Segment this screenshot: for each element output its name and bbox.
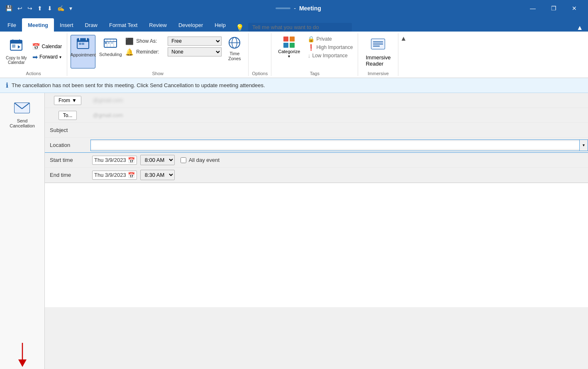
start-time-select[interactable]: 8:00 AM xyxy=(140,155,175,165)
info-bar: ℹ The cancellation has not been sent for… xyxy=(0,78,588,93)
appointment-label: Appointment xyxy=(70,52,96,57)
save-icon[interactable]: 💾 xyxy=(4,4,14,12)
undo-icon[interactable]: ↩ xyxy=(16,4,24,12)
forward-button[interactable]: ➡ Forward ▾ xyxy=(30,52,64,62)
show-options: ⬛ Show As: Free 🔔 Reminder: None xyxy=(125,35,222,68)
end-date-wrapper: Thu 3/9/2023 📅 xyxy=(92,171,137,180)
close-icon: ✕ xyxy=(572,5,577,12)
forward-dropdown-icon[interactable]: ▾ xyxy=(59,55,61,59)
calendar-button[interactable]: 📅 Calendar xyxy=(30,42,64,51)
private-button[interactable]: 🔒 Private xyxy=(306,35,354,43)
tab-review[interactable]: Review xyxy=(143,18,173,32)
close-button[interactable]: ✕ xyxy=(565,0,584,17)
ribbon-group-options: Options xyxy=(249,33,271,76)
ribbon-group-show: Appointment Scheduling xyxy=(67,33,249,76)
send-cancellation-button[interactable]: SendCancellation xyxy=(5,97,40,132)
subject-label: Subject xyxy=(45,125,90,135)
redo-icon[interactable]: ↪ xyxy=(26,4,34,12)
svg-rect-10 xyxy=(82,43,84,45)
copy-to-calendar-button[interactable]: Copy to MyCalendar xyxy=(3,37,29,66)
to-row: To... @gmail.com xyxy=(45,108,588,123)
svg-rect-1 xyxy=(10,40,22,44)
scheduling-icon xyxy=(104,37,117,51)
time-zones-button[interactable]: TimeZones xyxy=(224,35,245,68)
location-dropdown-button[interactable]: ▾ xyxy=(579,140,588,151)
to-value: @gmail.com xyxy=(90,110,588,120)
tab-draw[interactable]: Draw xyxy=(79,18,103,32)
ribbon-collapse[interactable]: ▲ xyxy=(576,24,586,32)
copy-calendar-icon xyxy=(10,39,23,55)
end-time-select[interactable]: 8:30 AM xyxy=(140,170,175,180)
forward-label: Forward xyxy=(39,54,58,60)
reminder-icon: 🔔 xyxy=(125,48,134,56)
to-label: To... xyxy=(63,112,73,118)
lock-icon: 🔒 xyxy=(307,36,315,42)
tab-developer[interactable]: Developer xyxy=(173,18,209,32)
tell-me-input[interactable] xyxy=(248,23,352,32)
email-body[interactable] xyxy=(45,183,588,307)
ribbon-group-actions: Copy to MyCalendar 📅 Calendar ➡ Forward … xyxy=(0,33,67,76)
tell-me-search[interactable] xyxy=(244,23,576,32)
start-calendar-icon[interactable]: 📅 xyxy=(128,157,135,164)
tab-file[interactable]: File xyxy=(2,18,22,32)
immersive-reader-icon xyxy=(371,37,385,53)
subject-value xyxy=(90,125,588,135)
svg-rect-4 xyxy=(12,44,15,48)
minimize-icon: — xyxy=(530,5,536,12)
title-search[interactable] xyxy=(276,7,290,9)
to-label-btn: To... xyxy=(45,109,90,122)
low-importance-button[interactable]: ↓ Low Importance xyxy=(306,51,354,60)
title-bar-center: - Meeting xyxy=(276,5,321,12)
from-label-btn: From ▼ xyxy=(45,94,90,107)
location-row: Location ▾ xyxy=(45,138,588,153)
actions-buttons: Copy to MyCalendar 📅 Calendar ➡ Forward … xyxy=(3,33,63,70)
more-icon[interactable]: ▾ xyxy=(68,4,73,12)
up-icon[interactable]: ⬆ xyxy=(36,4,44,12)
form-area: From ▼ @gmail.com To... @gmail.com Subje… xyxy=(45,93,588,369)
tags-content: Categorize ▾ 🔒 Private ❗ High Importance… xyxy=(275,33,354,70)
tab-meeting[interactable]: Meeting xyxy=(22,18,54,32)
ribbon-collapse-btn[interactable]: ▲ xyxy=(398,33,408,76)
minimize-button[interactable]: — xyxy=(523,0,542,17)
from-label: From xyxy=(59,98,70,103)
end-time-label: End time xyxy=(45,170,90,180)
categorize-button[interactable]: Categorize ▾ xyxy=(275,35,303,60)
show-as-icon: ⬛ xyxy=(125,37,134,45)
show-as-select[interactable]: Free xyxy=(168,37,222,46)
subject-row: Subject xyxy=(45,123,588,138)
all-day-label[interactable]: All day event xyxy=(181,157,220,163)
calendar-label: Calendar xyxy=(42,44,62,49)
from-button[interactable]: From ▼ xyxy=(54,96,81,105)
to-button[interactable]: To... xyxy=(59,111,77,120)
scheduling-button[interactable]: Scheduling xyxy=(98,35,123,68)
end-calendar-icon[interactable]: 📅 xyxy=(128,172,135,178)
categorize-dropdown[interactable]: ▾ xyxy=(288,54,290,59)
show-as-label: Show As: xyxy=(136,38,165,44)
appointment-button[interactable]: Appointment xyxy=(71,35,95,68)
location-input[interactable] xyxy=(91,141,579,149)
all-day-checkbox[interactable] xyxy=(181,157,186,163)
restore-button[interactable]: ❐ xyxy=(544,0,563,17)
immersive-reader-button[interactable]: ImmersiveReader xyxy=(361,35,395,68)
all-day-text: All day event xyxy=(189,157,220,163)
tab-help[interactable]: Help xyxy=(209,18,232,32)
arrow-annotation xyxy=(16,343,29,369)
tab-format-text[interactable]: Format Text xyxy=(103,18,143,32)
calendar-small-icon: 📅 xyxy=(32,43,40,51)
ribbon-tabs: File Meeting Insert Draw Format Text Rev… xyxy=(0,17,588,32)
tab-insert[interactable]: Insert xyxy=(54,18,79,32)
low-importance-label: Low Importance xyxy=(312,53,347,59)
svg-rect-17 xyxy=(108,42,110,44)
lightbulb-icon: 💡 xyxy=(236,24,244,32)
reminder-row: 🔔 Reminder: None xyxy=(125,47,222,56)
reminder-select[interactable]: None xyxy=(168,47,222,56)
collapse-icon[interactable]: ▲ xyxy=(400,35,407,42)
tags-stack: 🔒 Private ❗ High Importance ↓ Low Import… xyxy=(306,35,354,60)
down-icon[interactable]: ⬇ xyxy=(46,4,54,12)
start-date-wrapper: Thu 3/9/2023 📅 xyxy=(92,156,137,165)
main-area: SendCancellation From ▼ @gmail.com xyxy=(0,93,588,369)
high-importance-button[interactable]: ❗ High Importance xyxy=(306,43,354,51)
svg-marker-32 xyxy=(18,359,27,367)
signature-icon[interactable]: ✍ xyxy=(56,4,66,12)
info-icon: ℹ xyxy=(6,81,8,89)
